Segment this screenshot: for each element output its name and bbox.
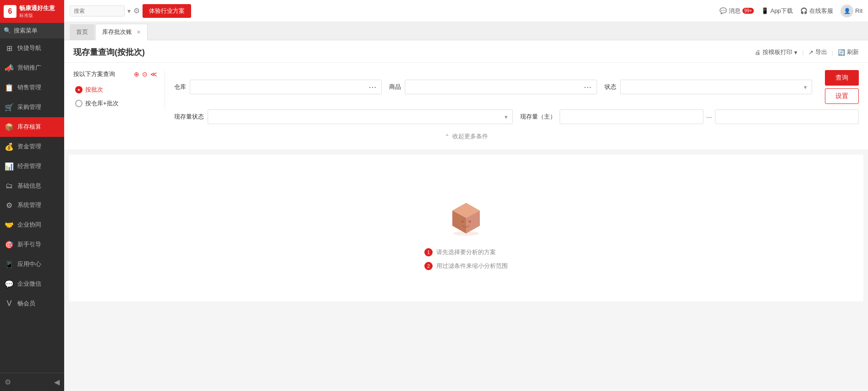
scheme-item-batch[interactable]: ● 按批次 bbox=[73, 83, 157, 97]
search-icon: 🔍 bbox=[4, 27, 11, 34]
purchase-label: 采购管理 bbox=[17, 103, 41, 111]
settings-icon[interactable]: ⚙ bbox=[5, 378, 11, 386]
warehouse-label: 仓库 bbox=[174, 83, 186, 91]
tab-inventory-batch[interactable]: 库存批次账 ✕ bbox=[95, 24, 148, 40]
sidebar-item-guide[interactable]: 🎯新手引导 bbox=[0, 235, 64, 255]
sidebar-item-member[interactable]: V畅会员 bbox=[0, 294, 64, 313]
stock-status-filter: 现存量状态 ▾ bbox=[174, 109, 513, 124]
collapse-more-btn[interactable]: ⌃ 收起更多条件 bbox=[73, 130, 859, 142]
hint2-text: 用过滤条件来缩小分析范围 bbox=[436, 260, 508, 272]
warehouse-more-dots[interactable]: ··· bbox=[369, 84, 377, 91]
product-input[interactable]: ··· bbox=[405, 80, 597, 94]
online-service-label: 在线客服 bbox=[809, 7, 833, 15]
sidebar-footer: ⚙ ◀ bbox=[0, 373, 64, 391]
sidebar-item-quick-nav[interactable]: ⊞快捷导航 bbox=[0, 38, 64, 58]
sidebar-item-basics[interactable]: 🗂基础信息 bbox=[0, 176, 64, 196]
basics-label: 基础信息 bbox=[17, 182, 41, 190]
experience-btn[interactable]: 体验行业方案 bbox=[143, 4, 191, 18]
settings-btn[interactable]: 设置 bbox=[825, 88, 859, 104]
user-avatar-btn[interactable]: 👤 Rit bbox=[841, 5, 863, 17]
quick-nav-label: 快捷导航 bbox=[17, 44, 41, 52]
scheme-collapse-icon[interactable]: ≪ bbox=[150, 71, 157, 78]
page-header: 现存量查询(按批次) 🖨 按模板打印 ▾ | ↗ 导出 | 🔄 刷新 bbox=[64, 40, 868, 63]
topbar-search-input[interactable] bbox=[70, 5, 125, 16]
sidebar-item-system[interactable]: ⚙系统管理 bbox=[0, 196, 64, 215]
export-btn[interactable]: ↗ 导出 bbox=[808, 48, 827, 56]
sidebar-item-wechat[interactable]: 💬企业微信 bbox=[0, 274, 64, 294]
inventory-icon: 📦 bbox=[5, 123, 14, 131]
stock-qty-min-input[interactable] bbox=[560, 109, 703, 124]
status-label: 状态 bbox=[604, 83, 616, 91]
refresh-btn[interactable]: 🔄 刷新 bbox=[838, 48, 859, 56]
tab-close-icon[interactable]: ✕ bbox=[137, 29, 141, 35]
member-label: 畅会员 bbox=[17, 299, 35, 308]
empty-hint-2: 2 用过滤条件来缩小分析范围 bbox=[424, 260, 508, 272]
page-content: 现存量查询(按批次) 🖨 按模板打印 ▾ | ↗ 导出 | 🔄 刷新 bbox=[64, 40, 868, 391]
sales-icon: 📋 bbox=[5, 83, 14, 92]
sidebar-item-sales[interactable]: 📋销售管理 bbox=[0, 78, 64, 98]
tabs-bar: 首页 库存批次账 ✕ bbox=[64, 22, 868, 40]
sidebar-search[interactable]: 🔍 搜索菜单 bbox=[0, 23, 64, 38]
notifications-badge: 99+ bbox=[742, 8, 754, 14]
sidebar-item-inventory[interactable]: 📦库存核算 bbox=[0, 117, 64, 137]
export-label: 导出 bbox=[815, 48, 827, 56]
app-download-label: App下载 bbox=[770, 7, 793, 15]
inventory-label: 库存核算 bbox=[17, 123, 41, 131]
scheme-warehouse-batch-label: 按仓库+批次 bbox=[85, 99, 119, 108]
print-dropdown-icon[interactable]: ▾ bbox=[794, 49, 797, 56]
sidebar-header: 6 畅康通好生意 标准版 bbox=[0, 0, 64, 23]
sidebar-item-marketing[interactable]: 📣营销推广 bbox=[0, 58, 64, 78]
hint1-badge: 1 bbox=[424, 248, 433, 256]
sidebar-nav: ⊞快捷导航📣营销推广📋销售管理🛒采购管理📦库存核算💰资金管理📊经营管理🗂基础信息… bbox=[0, 38, 64, 373]
guide-icon: 🎯 bbox=[5, 240, 14, 249]
finance-icon: 💰 bbox=[5, 142, 14, 151]
collapse-up-icon: ⌃ bbox=[445, 133, 450, 140]
stock-status-dropdown-icon: ▾ bbox=[505, 114, 508, 120]
sidebar-item-operations[interactable]: 📊经营管理 bbox=[0, 157, 64, 176]
query-btn[interactable]: 查询 bbox=[825, 70, 859, 86]
filter-row-2: 现存量状态 ▾ 现存量（主） — bbox=[174, 109, 859, 124]
stock-qty-range: — bbox=[560, 109, 859, 124]
sidebar-item-enterprise[interactable]: 🤝企业协同 bbox=[0, 215, 64, 235]
collapse-icon[interactable]: ◀ bbox=[54, 378, 60, 386]
app-download-btn[interactable]: 📱 App下载 bbox=[761, 7, 793, 15]
export-icon: ↗ bbox=[808, 49, 813, 56]
empty-cube-icon bbox=[445, 196, 487, 237]
empty-state: 1 请先选择要分析的方案 2 用过滤条件来缩小分析范围 bbox=[69, 155, 863, 301]
print-template-btn[interactable]: 🖨 按模板打印 ▾ bbox=[755, 48, 797, 56]
sidebar-item-purchase[interactable]: 🛒采购管理 bbox=[0, 98, 64, 117]
page-title: 现存量查询(按批次) bbox=[73, 47, 145, 58]
stock-status-select[interactable]: ▾ bbox=[208, 109, 513, 124]
purchase-icon: 🛒 bbox=[5, 103, 14, 112]
sidebar-item-appstore[interactable]: 📱应用中心 bbox=[0, 255, 64, 274]
enterprise-icon: 🤝 bbox=[5, 221, 14, 229]
filter-panel: 按以下方案查询 ⊕ ⊙ ≪ ● 按批次 按仓库+批次 bbox=[64, 63, 868, 150]
search-label: 搜索菜单 bbox=[14, 27, 38, 35]
online-service-btn[interactable]: 🎧 在线客服 bbox=[800, 7, 833, 15]
topbar-right: 💬 消息 99+ 📱 App下载 🎧 在线客服 👤 Rit bbox=[720, 5, 863, 17]
stock-qty-max-input[interactable] bbox=[715, 109, 859, 124]
divider2: | bbox=[832, 49, 833, 56]
topbar-gear-icon[interactable]: ⚙ bbox=[133, 6, 140, 15]
scheme-settings-icon[interactable]: ⊙ bbox=[142, 71, 148, 78]
basics-icon: 🗂 bbox=[5, 182, 14, 190]
app-logo: 6 bbox=[4, 5, 16, 18]
print-label: 按模板打印 bbox=[763, 48, 792, 56]
scheme-item-warehouse-batch[interactable]: 按仓库+批次 bbox=[73, 97, 157, 110]
guide-label: 新手引导 bbox=[17, 240, 41, 249]
stock-qty-filter: 现存量（主） — bbox=[520, 109, 859, 124]
warehouse-input[interactable]: ··· bbox=[190, 80, 382, 94]
sales-label: 销售管理 bbox=[17, 83, 41, 92]
sidebar-item-finance[interactable]: 💰资金管理 bbox=[0, 137, 64, 157]
notifications-btn[interactable]: 💬 消息 99+ bbox=[720, 7, 754, 15]
scheme-actions: ⊕ ⊙ ≪ bbox=[134, 71, 157, 78]
scheme-header-label: 按以下方案查询 bbox=[73, 70, 115, 78]
appstore-label: 应用中心 bbox=[17, 260, 41, 268]
tab-home[interactable]: 首页 bbox=[70, 24, 94, 40]
product-more-dots[interactable]: ··· bbox=[584, 84, 592, 91]
scheme-add-icon[interactable]: ⊕ bbox=[134, 71, 139, 78]
topbar-dropdown-icon[interactable]: ▾ bbox=[127, 7, 131, 15]
filter-panel-inner: 按以下方案查询 ⊕ ⊙ ≪ ● 按批次 按仓库+批次 bbox=[73, 70, 859, 124]
wechat-icon: 💬 bbox=[5, 280, 14, 288]
status-select[interactable]: ▾ bbox=[620, 80, 812, 94]
